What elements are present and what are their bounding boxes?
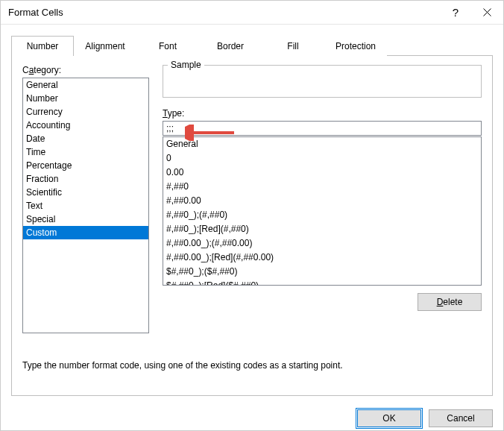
format-listbox[interactable]: General 0 0.00 #,##0 #,##0.00 #,##0_);(#… bbox=[163, 136, 482, 286]
list-item[interactable]: Date bbox=[23, 132, 148, 145]
list-item[interactable]: 0 bbox=[163, 151, 481, 166]
list-item[interactable]: #,##0_);(#,##0) bbox=[163, 208, 481, 222]
type-input[interactable] bbox=[163, 121, 482, 136]
hint-text: Type the number format code, using one o… bbox=[22, 360, 343, 371]
list-item[interactable]: Fraction bbox=[23, 172, 148, 186]
list-item[interactable]: #,##0.00_);[Red](#,##0.00) bbox=[163, 251, 481, 265]
dialog-footer: OK Cancel bbox=[1, 403, 503, 431]
type-label: Type: bbox=[163, 108, 482, 119]
tab-fill[interactable]: Fill bbox=[262, 36, 324, 56]
category-listbox[interactable]: General Number Currency Accounting Date … bbox=[22, 78, 149, 333]
titlebar: Format Cells ? bbox=[1, 1, 503, 25]
tab-panel-number: Category: General Number Currency Accoun… bbox=[11, 56, 493, 396]
list-item[interactable]: 0.00 bbox=[163, 166, 481, 180]
list-item[interactable]: #,##0_);[Red](#,##0) bbox=[163, 222, 481, 236]
tab-protection[interactable]: Protection bbox=[324, 36, 387, 56]
close-button[interactable] bbox=[470, 1, 503, 25]
list-item[interactable]: General bbox=[163, 137, 481, 151]
cancel-button[interactable]: Cancel bbox=[429, 409, 493, 427]
tab-font[interactable]: Font bbox=[136, 36, 199, 56]
list-item[interactable]: Accounting bbox=[23, 119, 148, 132]
dialog-content: Number Alignment Font Border Fill Protec… bbox=[1, 25, 503, 403]
list-item[interactable]: $#,##0_);[Red]($#,##0) bbox=[163, 279, 481, 286]
list-item[interactable]: Time bbox=[23, 145, 148, 159]
sample-label: Sample bbox=[168, 60, 204, 70]
list-item[interactable]: Custom bbox=[23, 226, 148, 239]
ok-button[interactable]: OK bbox=[357, 409, 421, 427]
tab-alignment[interactable]: Alignment bbox=[74, 36, 136, 56]
tab-number[interactable]: Number bbox=[11, 36, 74, 56]
list-item[interactable]: #,##0.00_);(#,##0.00) bbox=[163, 236, 481, 251]
delete-button[interactable]: Delete bbox=[418, 293, 482, 311]
category-label: Category: bbox=[22, 65, 149, 75]
tab-strip: Number Alignment Font Border Fill Protec… bbox=[11, 35, 493, 56]
help-button[interactable]: ? bbox=[441, 1, 470, 25]
list-item[interactable]: Scientific bbox=[23, 186, 148, 199]
list-item[interactable]: Special bbox=[23, 213, 148, 226]
tab-border[interactable]: Border bbox=[199, 36, 262, 56]
window-title: Format Cells bbox=[8, 7, 441, 18]
close-icon bbox=[483, 8, 491, 16]
list-item[interactable]: #,##0 bbox=[163, 180, 481, 194]
list-item[interactable]: #,##0.00 bbox=[163, 194, 481, 208]
list-item[interactable]: General bbox=[23, 78, 148, 92]
list-item[interactable]: Currency bbox=[23, 105, 148, 119]
list-item[interactable]: Text bbox=[23, 199, 148, 213]
list-item[interactable]: Number bbox=[23, 92, 148, 105]
list-item[interactable]: $#,##0_);($#,##0) bbox=[163, 265, 481, 279]
sample-group: Sample bbox=[163, 65, 482, 98]
list-item[interactable]: Percentage bbox=[23, 159, 148, 172]
